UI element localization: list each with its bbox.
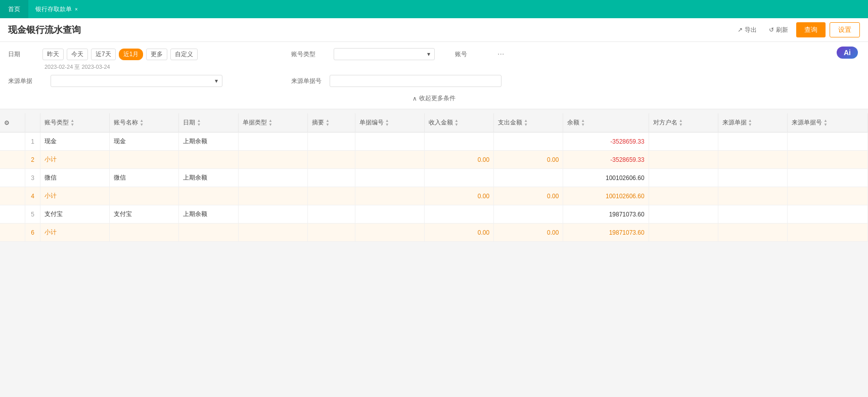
cell-date: 上期余额 [179, 133, 238, 151]
cell-counterparty [649, 151, 718, 169]
filter-area: 日期 昨天 今天 近7天 近1月 更多 自定义 账号类型 ▾ 账号 ··· 20… [0, 42, 868, 109]
cell-income [425, 169, 494, 187]
cell-income: 0.00 [425, 151, 494, 169]
cell-acct_name [110, 187, 179, 205]
cell-balance: 100102606.60 [563, 169, 649, 187]
custom-btn[interactable]: 自定义 [170, 49, 198, 60]
row-num: 4 [25, 187, 40, 205]
cell-src_doc [718, 187, 787, 205]
cell-doc_type [238, 169, 307, 187]
col-header-doc_type: 单据类型▲▼ [238, 113, 307, 133]
cell-acct_name: 支付宝 [110, 205, 179, 224]
date-options: 昨天 今天 近7天 近1月 更多 自定义 [42, 49, 198, 60]
table-row: 1现金现金上期余额-3528659.33 [0, 133, 868, 151]
sort-icon-doc_no[interactable]: ▲▼ [385, 119, 389, 127]
sort-icon-acct_type[interactable]: ▲▼ [70, 119, 74, 127]
cell-acct_type: 小计 [40, 151, 110, 169]
cell-income: 0.00 [425, 224, 494, 242]
cell-acct_type: 支付宝 [40, 205, 110, 224]
row-num: 3 [25, 169, 40, 187]
collapse-bar[interactable]: ∧ 收起更多条件 [8, 92, 860, 105]
sort-icon-income[interactable]: ▲▼ [454, 119, 459, 127]
ai-badge[interactable]: Ai [837, 47, 858, 59]
chevron-down-icon2: ▾ [215, 77, 218, 84]
last1month-btn[interactable]: 近1月 [119, 49, 144, 60]
refresh-button[interactable]: ↺ 刷新 [765, 24, 792, 36]
cell-expense [494, 205, 563, 224]
cell-date [179, 224, 238, 242]
page-header: 现金银行流水查询 ↗ 导出 ↺ 刷新 查询 设置 [0, 18, 868, 42]
sort-icon-acct_name[interactable]: ▲▼ [140, 119, 144, 127]
col-header-acct_name: 账号名称▲▼ [110, 113, 179, 133]
col-header-src_doc_no: 来源单据号▲▼ [788, 113, 868, 133]
cell-doc_no [355, 151, 424, 169]
cell-doc_no [355, 187, 424, 205]
cell-summary [308, 169, 355, 187]
cell-doc_type [238, 133, 307, 151]
more-btn[interactable]: 更多 [146, 49, 167, 60]
cell-date [179, 187, 238, 205]
acct-type-select[interactable]: ▾ [334, 48, 435, 60]
col-header-counterparty: 对方户名▲▼ [649, 113, 718, 133]
cell-balance: -3528659.33 [563, 133, 649, 151]
cell-summary [308, 151, 355, 169]
export-icon: ↗ [738, 26, 743, 33]
cell-doc_no [355, 169, 424, 187]
row-num: 1 [25, 133, 40, 151]
close-icon[interactable]: × [75, 7, 78, 12]
cell-expense: 0.00 [494, 151, 563, 169]
source-doc-no-input[interactable] [330, 75, 501, 87]
table-row: 2小计0.000.00-3528659.33 [0, 151, 868, 169]
page-title: 现金银行流水查询 [8, 24, 81, 36]
top-nav: 首页 收款单×付款单×其他收入单×应收应付调整单×银行存取款单×预收冲应收单×收… [0, 0, 868, 18]
cell-doc_type [238, 224, 307, 242]
sort-icon-expense[interactable]: ▲▼ [524, 119, 528, 127]
row-gear-cell [0, 187, 25, 205]
sort-icon-src_doc[interactable]: ▲▼ [748, 119, 752, 127]
sort-icon-balance[interactable]: ▲▼ [581, 119, 585, 127]
export-button[interactable]: ↗ 导出 [734, 24, 761, 36]
source-doc-select[interactable]: ▾ [51, 75, 222, 87]
sort-icon-src_doc_no[interactable]: ▲▼ [824, 119, 828, 127]
row-num: 5 [25, 205, 40, 224]
sort-icon-counterparty[interactable]: ▲▼ [679, 119, 683, 127]
gear-header-icon[interactable]: ⚙ [4, 119, 10, 126]
sort-icon-doc_type[interactable]: ▲▼ [268, 119, 272, 127]
acct-more-btn[interactable]: ··· [493, 50, 508, 59]
cell-doc_type [238, 187, 307, 205]
today-btn[interactable]: 今天 [67, 49, 88, 60]
header-actions: ↗ 导出 ↺ 刷新 查询 设置 [734, 22, 860, 37]
settings-button[interactable]: 设置 [830, 22, 860, 37]
cell-acct_name [110, 151, 179, 169]
table-header: ⚙账号类型▲▼账号名称▲▼日期▲▼单据类型▲▼摘要▲▼单据编号▲▼收入金额▲▼支… [0, 113, 868, 133]
filter-row-source: 来源单据 ▾ 来源单据号 [8, 75, 860, 87]
cell-doc_no [355, 224, 424, 242]
cell-src_doc_no [788, 224, 868, 242]
cell-expense: 0.00 [494, 187, 563, 205]
col-header-expense: 支出金额▲▼ [494, 113, 563, 133]
cell-acct_name: 微信 [110, 169, 179, 187]
nav-tab-银行存取款单[interactable]: 银行存取款单× [28, 0, 97, 18]
row-gear-cell [0, 205, 25, 224]
table-container: ⚙账号类型▲▼账号名称▲▼日期▲▼单据类型▲▼摘要▲▼单据编号▲▼收入金额▲▼支… [0, 113, 868, 242]
nav-home[interactable]: 首页 [0, 0, 28, 18]
cell-counterparty [649, 205, 718, 224]
cell-doc_type [238, 205, 307, 224]
data-table: ⚙账号类型▲▼账号名称▲▼日期▲▼单据类型▲▼摘要▲▼单据编号▲▼收入金额▲▼支… [0, 113, 868, 242]
cell-date [179, 151, 238, 169]
cell-balance: 19871073.60 [563, 224, 649, 242]
cell-income [425, 205, 494, 224]
cell-doc_no [355, 205, 424, 224]
yesterday-btn[interactable]: 昨天 [42, 49, 64, 60]
cell-counterparty [649, 169, 718, 187]
last7days-btn[interactable]: 近7天 [91, 49, 116, 60]
date-range-display: 2023-02-24 至 2023-03-24 [44, 64, 110, 70]
sort-icon-date[interactable]: ▲▼ [197, 119, 201, 127]
table-row: 3微信微信上期余额100102606.60 [0, 169, 868, 187]
row-num: 6 [25, 224, 40, 242]
col-header-gear: ⚙ [0, 113, 25, 133]
query-button[interactable]: 查询 [796, 22, 826, 37]
source-doc-label: 来源单据 [8, 77, 38, 85]
sort-icon-summary[interactable]: ▲▼ [326, 119, 330, 127]
cell-acct_type: 小计 [40, 224, 110, 242]
